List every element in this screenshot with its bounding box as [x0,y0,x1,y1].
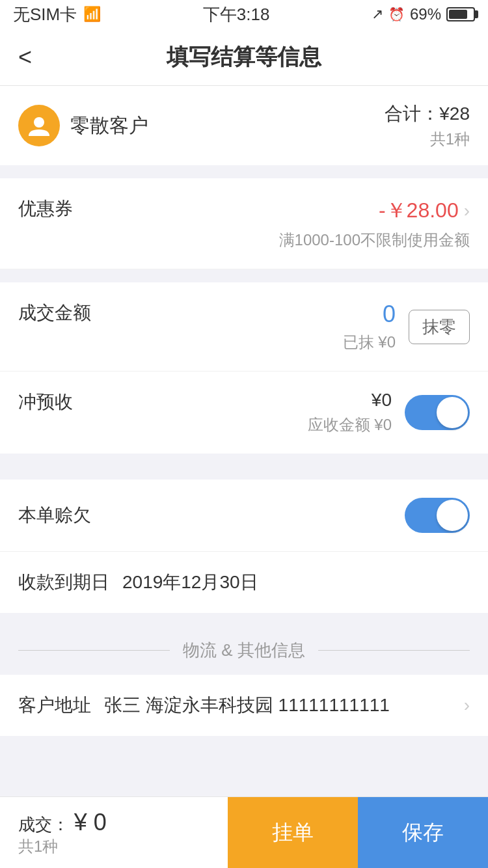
status-bar: 无SIM卡 📶 下午3:18 ↗ ⏰ 69% [0,0,488,29]
coupon-desc-text: 满1000-100不限制使用金额 [279,231,470,249]
back-button[interactable]: < [18,44,32,71]
divider-2 [0,269,488,282]
credit-row: 本单赊欠 [0,480,488,552]
alarm-icon: ⏰ [388,7,405,22]
wifi-icon: 📶 [83,6,101,23]
battery-icon [446,7,475,21]
status-right: ↗ ⏰ 69% [372,5,475,23]
divider-4 [0,613,488,626]
hold-button[interactable]: 挂单 [228,797,358,868]
customer-count: 共1种 [385,129,470,150]
customer-right: 合计：¥28 共1种 [385,102,470,150]
battery-text: 69% [410,5,441,23]
bottom-summary: 成交： ¥ 0 共1种 [0,809,228,857]
main-content: 零散客户 合计：¥28 共1种 优惠券 -￥28.00 › 满1000-100不… [0,86,488,868]
amount-sub: 已抹 ¥0 [343,332,396,353]
customer-avatar [18,105,60,146]
prepayment-right: ¥0 应收金额 ¥0 [308,390,470,435]
round-button[interactable]: 抹零 [409,310,470,344]
customer-name: 零散客户 [70,113,148,139]
bottom-summary-label: 成交： [18,815,69,834]
nav-bar: < 填写结算等信息 [0,29,488,86]
prepayment-sub: 应收金额 ¥0 [308,414,392,435]
logistics-line-right [318,650,470,651]
status-left: 无SIM卡 📶 [13,3,101,26]
customer-total: 合计：¥28 [385,102,470,126]
credit-label: 本单赊欠 [18,503,91,528]
credit-toggle[interactable] [405,498,470,533]
prepayment-label: 冲预收 [18,390,73,414]
page-title: 填写结算等信息 [167,42,321,72]
coupon-right: -￥28.00 › [379,197,470,225]
customer-left: 零散客户 [18,105,148,146]
prepayment-row: 冲预收 ¥0 应收金额 ¥0 [0,372,488,454]
carrier-text: 无SIM卡 [13,3,77,26]
amount-section: 成交金额 0 已抹 ¥0 抹零 [0,282,488,372]
bottom-actions: 挂单 保存 [228,797,488,868]
amount-values: 0 已抹 ¥0 [343,301,396,353]
amount-label: 成交金额 [18,301,91,325]
divider-1 [0,165,488,178]
divider-3 [0,454,488,467]
toggle-knob [437,397,468,428]
coupon-top: 优惠券 -￥28.00 › [18,197,470,225]
due-date-value: 2019年12月30日 [122,570,258,595]
amount-right: 0 已抹 ¥0 抹零 [343,301,470,353]
save-button[interactable]: 保存 [358,797,488,868]
customer-section: 零散客户 合计：¥28 共1种 [0,86,488,165]
coupon-label: 优惠券 [18,197,73,221]
bottom-summary-sub: 共1种 [18,836,210,857]
address-chevron-icon: › [464,695,470,716]
address-row[interactable]: 客户地址 张三 海淀永丰科技园 11111111111 › [0,675,488,736]
location-icon: ↗ [372,6,383,23]
amount-value: 0 [343,301,396,328]
coupon-section[interactable]: 优惠券 -￥28.00 › 满1000-100不限制使用金额 [0,178,488,269]
logistics-line-left [18,650,170,651]
status-time: 下午3:18 [203,3,270,26]
coupon-chevron-icon: › [464,200,470,221]
amount-row: 成交金额 0 已抹 ¥0 抹零 [0,282,488,372]
bottom-summary-amount: ¥ 0 [74,809,107,835]
bottom-bar: 成交： ¥ 0 共1种 挂单 保存 [0,796,488,868]
svg-point-0 [34,117,44,128]
due-date-label: 收款到期日 [18,570,109,595]
coupon-desc: 满1000-100不限制使用金额 [18,229,470,251]
logistics-text: 物流 & 其他信息 [183,639,305,662]
prepayment-values: ¥0 应收金额 ¥0 [308,390,392,435]
due-date-row: 收款到期日 2019年12月30日 [0,552,488,613]
logistics-header: 物流 & 其他信息 [0,626,488,675]
coupon-value: -￥28.00 [379,197,459,225]
address-value: 张三 海淀永丰科技园 11111111111 [104,693,390,718]
address-left: 客户地址 张三 海淀永丰科技园 11111111111 [18,693,390,718]
prepayment-main: ¥0 [308,390,392,411]
bottom-label-row: 成交： ¥ 0 [18,809,210,836]
address-label: 客户地址 [18,693,91,718]
prepayment-toggle[interactable] [405,395,470,430]
credit-toggle-knob [437,500,468,531]
